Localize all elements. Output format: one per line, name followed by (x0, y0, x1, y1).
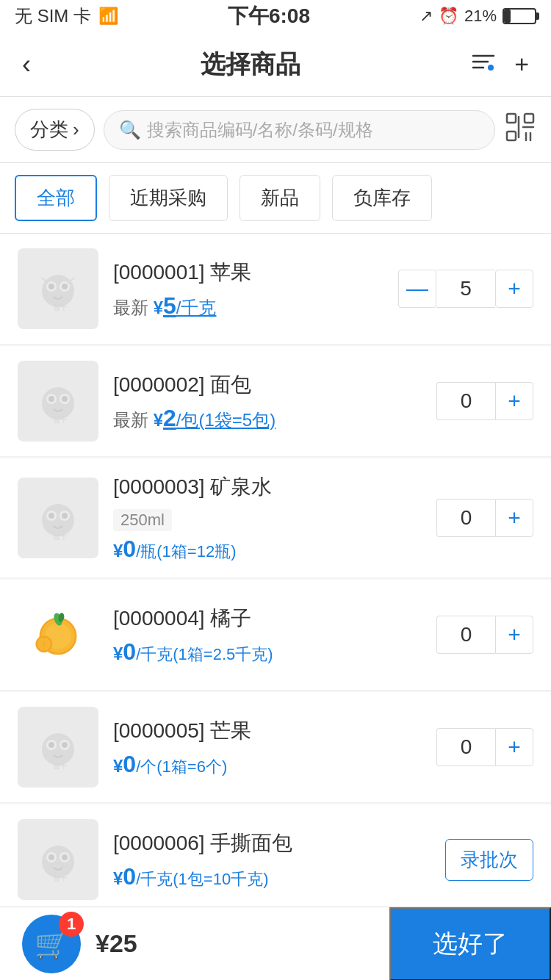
svg-point-46 (42, 846, 74, 878)
search-placeholder: 搜索商品编码/名称/条码/规格 (147, 118, 373, 142)
qty-control: + (436, 382, 533, 420)
qty-control: + (436, 499, 533, 537)
qty-input[interactable] (436, 499, 495, 537)
product-item: 智十 [0000006] 手撕面包 ¥0/千克(1包=10千克) 录批次 (0, 804, 551, 915)
svg-point-40 (42, 733, 74, 765)
product-thumbnail: 智十 (18, 478, 98, 558)
tab-negative[interactable]: 负库存 (332, 175, 432, 221)
qty-control: + (436, 728, 533, 766)
product-price: ¥0/千克(1箱=2.5千克) (113, 638, 436, 666)
svg-rect-4 (507, 114, 516, 123)
status-bar: 无 SIM 卡 📶 下午6:08 ↗ ⏰ 21% (0, 0, 551, 32)
cart-area: 🛒 1 ¥25 (0, 915, 389, 973)
product-price: ¥0/瓶(1箱=12瓶) (113, 536, 436, 563)
back-button[interactable]: ‹ (22, 49, 31, 80)
qty-input[interactable] (436, 616, 495, 654)
svg-point-15 (62, 284, 68, 289)
svg-text:智十: 智十 (53, 303, 68, 311)
product-name: [0000003] 矿泉水 (113, 473, 436, 501)
product-thumbnail: 智十 (18, 707, 98, 788)
svg-point-11 (42, 275, 74, 307)
product-thumbnail: 智十 (18, 248, 98, 329)
confirm-button[interactable]: 选好了 (389, 907, 551, 981)
qty-plus-button[interactable]: + (495, 499, 533, 537)
batch-button[interactable]: 录批次 (445, 839, 533, 881)
product-spec: 250ml (113, 509, 172, 531)
bottom-bar: 🛒 1 ¥25 选好了 (0, 907, 551, 980)
carrier-label: 无 SIM 卡 (15, 4, 91, 28)
svg-rect-6 (507, 131, 516, 140)
qty-plus-button[interactable]: + (495, 728, 533, 766)
status-right: ↗ ⏰ 21% (419, 7, 536, 26)
wifi-icon: 📶 (98, 7, 118, 26)
cart-badge: 1 (59, 912, 84, 937)
product-price: ¥0/个(1箱=6个) (113, 751, 436, 778)
category-label: 分类 (30, 117, 68, 143)
svg-point-26 (48, 513, 54, 519)
product-info: [0000006] 手撕面包 ¥0/千克(1包=10千克) (113, 829, 445, 890)
page-title: 选择商品 (201, 48, 300, 82)
battery-icon (503, 8, 536, 24)
svg-text:智十: 智十 (53, 762, 68, 770)
scan-icon[interactable] (504, 111, 536, 149)
svg-point-17 (42, 387, 74, 419)
svg-point-23 (42, 504, 74, 536)
alarm-icon: ⏰ (439, 7, 458, 26)
qty-plus-button[interactable]: + (495, 616, 533, 654)
svg-point-27 (62, 513, 68, 519)
location-icon: ↗ (419, 7, 433, 26)
product-price: 最新 ¥5/千克 (113, 292, 398, 320)
qty-input[interactable] (436, 382, 495, 420)
svg-text:智十: 智十 (53, 874, 68, 882)
product-info: [0000005] 芒果 ¥0/个(1箱=6个) (113, 717, 436, 778)
search-box[interactable]: 🔍 搜索商品编码/名称/条码/规格 (104, 110, 495, 150)
product-thumbnail: 智十 (18, 819, 98, 900)
svg-rect-5 (525, 114, 533, 123)
product-name: [0000006] 手撕面包 (113, 829, 445, 857)
qty-minus-button[interactable]: — (398, 270, 436, 308)
product-item: 智十 [0000001] 苹果 最新 ¥5/千克 — + (0, 234, 551, 345)
cart-icon-wrap[interactable]: 🛒 1 (22, 915, 81, 973)
battery-percent: 21% (464, 7, 497, 26)
product-name: [0000001] 苹果 (113, 259, 398, 287)
tab-bar: 全部 近期采购 新品 负库存 (0, 163, 551, 234)
product-item: 智十 [0000003] 矿泉水 250ml ¥0/瓶(1箱=12瓶) + (0, 458, 551, 578)
svg-point-49 (48, 854, 54, 860)
qty-input[interactable] (436, 728, 495, 766)
product-name: [0000004] 橘子 (113, 605, 436, 633)
filter-icon[interactable] (470, 48, 497, 81)
product-info: [0000003] 矿泉水 250ml ¥0/瓶(1箱=12瓶) (113, 473, 436, 563)
category-chevron-icon: › (73, 118, 79, 141)
product-info: [0000004] 橘子 ¥0/千克(1箱=2.5千克) (113, 605, 436, 666)
add-button[interactable]: + (514, 50, 529, 79)
nav-actions: + (470, 48, 529, 81)
product-name: [0000002] 面包 (113, 371, 436, 399)
category-button[interactable]: 分类 › (15, 109, 95, 151)
product-price: 最新 ¥2/包(1袋=5包) (113, 405, 436, 432)
product-item: 智十 [0000002] 面包 最新 ¥2/包(1袋=5包) + (0, 346, 551, 457)
product-info: [0000002] 面包 最新 ¥2/包(1袋=5包) (113, 371, 436, 432)
qty-input[interactable] (436, 270, 495, 308)
svg-text:智十: 智十 (53, 533, 68, 541)
svg-text:智十: 智十 (53, 416, 68, 424)
tab-recent[interactable]: 近期采购 (109, 175, 228, 221)
svg-point-44 (62, 742, 68, 748)
product-item: 智十 [0000005] 芒果 ¥0/个(1箱=6个) + (0, 692, 551, 803)
search-icon: 🔍 (119, 120, 141, 140)
product-price: ¥0/千克(1包=10千克) (113, 863, 445, 890)
svg-point-3 (488, 65, 494, 71)
qty-control: — + (398, 270, 533, 308)
tab-all[interactable]: 全部 (15, 175, 97, 221)
tab-new[interactable]: 新品 (240, 175, 320, 221)
qty-plus-button[interactable]: + (495, 382, 533, 420)
product-name: [0000005] 芒果 (113, 717, 436, 745)
nav-bar: ‹ 选择商品 + (0, 32, 551, 97)
filter-bar: 分类 › 🔍 搜索商品编码/名称/条码/规格 (0, 97, 551, 163)
product-list: 智十 [0000001] 苹果 最新 ¥5/千克 — + 智十 (0, 234, 551, 980)
product-thumbnail (18, 594, 98, 675)
cart-total: ¥25 (96, 929, 137, 958)
svg-point-50 (62, 854, 68, 860)
product-thumbnail: 智十 (18, 361, 98, 442)
qty-plus-button[interactable]: + (495, 270, 533, 308)
product-item: [0000004] 橘子 ¥0/千克(1箱=2.5千克) + (0, 580, 551, 691)
